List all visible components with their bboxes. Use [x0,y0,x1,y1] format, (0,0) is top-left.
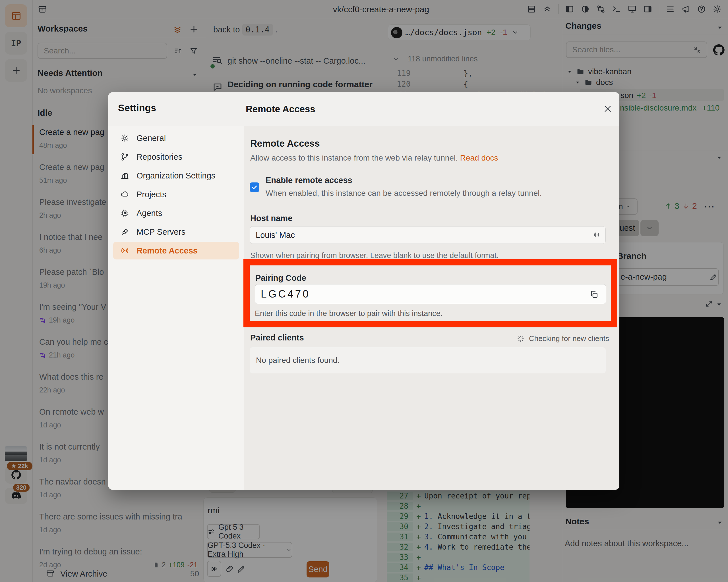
gear-icon [121,134,129,142]
copy-icon[interactable] [590,290,599,299]
paired-clients-panel: No paired clients found. [250,347,606,373]
nav-item-agents[interactable]: Agents [113,204,239,222]
settings-modal: Settings Remote Access General Repositor… [108,92,619,490]
nav-item-mcp-servers[interactable]: MCP Servers [113,223,239,241]
host-name-help: Shown when pairing from browser. Leave b… [250,251,499,260]
enable-remote-access-checkbox[interactable] [250,183,259,192]
nav-item-repositories[interactable]: Repositories [113,148,239,166]
host-name-label: Host name [250,214,292,223]
cpu-icon [121,209,129,217]
spinner-icon [517,335,524,342]
enable-description: When enabled, this instance can be acces… [266,189,542,198]
check-icon [251,184,258,191]
cloud-icon [121,190,129,199]
app-window: IP 22k 320 vk/ccf0-create-a-new-pag [0,0,728,582]
plug-icon [121,228,129,236]
nav-item-general[interactable]: General [113,129,239,147]
paired-clients-label: Paired clients [250,333,304,342]
host-name-input[interactable] [250,226,606,244]
close-icon[interactable] [603,104,612,113]
paired-clients-empty: No paired clients found. [256,356,340,365]
nav-item-organization-settings[interactable]: Organization Settings [113,167,239,185]
read-docs-link[interactable]: Read docs [460,154,498,162]
broadcast-icon [121,246,129,255]
settings-nav: General Repositories Organization Settin… [108,126,244,490]
enable-label: Enable remote access [266,176,352,185]
modal-title: Remote Access [246,104,315,114]
randomize-icon[interactable] [592,231,600,239]
paired-clients-status: Checking for new clients [517,334,609,343]
pairing-code-input[interactable] [255,284,606,304]
settings-title: Settings [118,102,156,113]
pairing-code-help: Enter this code in the browser to pair w… [255,309,442,318]
pairing-code-label: Pairing Code [255,273,306,283]
nav-item-projects[interactable]: Projects [113,186,239,203]
nav-item-remote-access[interactable]: Remote Access [113,242,239,259]
git-branch-icon [121,153,129,161]
modal-header [108,92,619,126]
section-description: Allow access to this instance from the w… [250,154,498,163]
building-icon [121,171,129,180]
section-title: Remote Access [250,138,320,149]
